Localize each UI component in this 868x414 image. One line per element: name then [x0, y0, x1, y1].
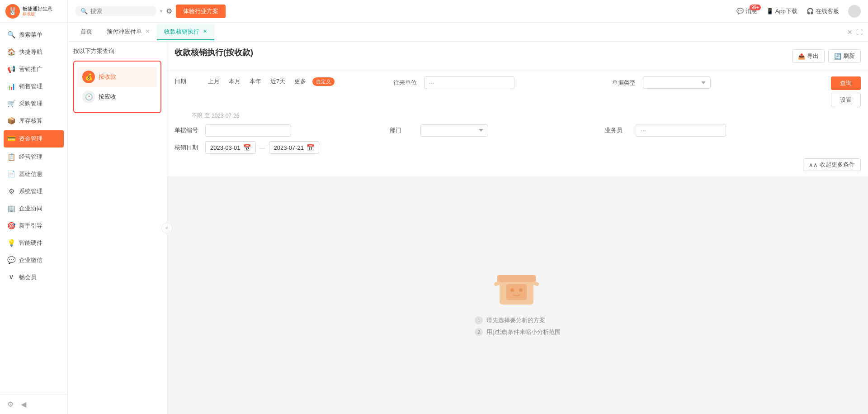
dept-select[interactable]: [420, 124, 488, 137]
sidebar-item-search[interactable]: 🔍 搜索菜单: [0, 26, 67, 43]
date-this-month[interactable]: 本月: [226, 76, 243, 86]
sidebar-label-hardware: 智能硬件: [19, 239, 42, 247]
sidebar-label-guide: 新手引导: [19, 222, 42, 230]
query-option-by-receipt[interactable]: 💰 按收款: [78, 67, 157, 87]
expand-tabs-icon[interactable]: ⛶: [856, 29, 863, 36]
sidebar-item-guide[interactable]: 🎯 新手引导: [0, 217, 67, 234]
app-name: 畅捷通好生意: [23, 5, 52, 12]
hint-num-1: 1: [475, 316, 483, 324]
doctype-filter-label: 单据类型: [612, 79, 639, 87]
sidebar-item-inventory[interactable]: 📦 库存核算: [0, 112, 67, 129]
filter-btn-group: 查询 设置: [831, 76, 861, 107]
date-this-year[interactable]: 本年: [247, 76, 264, 86]
calendar-from-icon[interactable]: 📅: [243, 144, 251, 151]
refresh-button[interactable]: 🔄 刷新: [828, 49, 861, 63]
message-badge: 99+: [750, 5, 761, 10]
date-filter-label: 日期: [175, 77, 202, 86]
solution-button[interactable]: 体验行业方案: [176, 5, 226, 18]
query-panel: 按以下方案查询 💰 按收款 🕐 按应收 «: [68, 42, 167, 414]
partner-filter: 往来单位 ···: [393, 76, 605, 89]
sidebar-item-purchase[interactable]: 🛒 采购管理: [0, 95, 67, 112]
sidebar-item-member[interactable]: V 畅会员: [0, 269, 67, 286]
sidebar-label-enterprise: 企业协同: [19, 205, 42, 213]
empty-hints: 1 请先选择要分析的方案 2 用[过滤]条件来缩小分析范围: [475, 316, 560, 336]
partner-dots[interactable]: ···: [429, 79, 434, 86]
close-all-tabs-icon[interactable]: ✕: [847, 29, 853, 36]
offset-date-to-field[interactable]: 2023-07-21 📅: [269, 141, 320, 154]
tab-receipt-offset[interactable]: 收款核销执行 ✕: [157, 24, 214, 40]
logo-text: 畅捷通好生意 标准版: [23, 5, 52, 17]
app-download-button[interactable]: 📱 App下载: [766, 7, 797, 15]
sidebar-item-enterprise[interactable]: 🏢 企业协同: [0, 200, 67, 217]
sidebar-item-funds[interactable]: 💳 资金管理: [4, 130, 64, 148]
date-last-month[interactable]: 上月: [205, 76, 222, 86]
custom-date-badge[interactable]: 自定义: [312, 77, 335, 86]
collapse-filter-button[interactable]: ∧∧ 收起更多条件: [803, 158, 861, 171]
offset-date-from: 2023-03-01: [210, 144, 241, 151]
purchase-icon: 🛒: [7, 100, 15, 108]
sidebar-item-system[interactable]: ⚙ 系统管理: [0, 183, 67, 200]
filter-row-3: 核销日期 2023-03-01 📅 — 2023-07-21 📅: [175, 141, 861, 154]
query-button[interactable]: 查询: [831, 76, 861, 90]
hint-num-2: 2: [475, 328, 483, 336]
tab-home-label: 首页: [80, 28, 92, 36]
tab-receipt-offset-close[interactable]: ✕: [203, 29, 207, 34]
search-input[interactable]: [90, 8, 145, 14]
app-icon: 📱: [766, 8, 774, 14]
dropdown-arrow-icon[interactable]: ▾: [160, 9, 162, 14]
topbar-left: 🔍 ▾ ⚙ 体验行业方案: [75, 5, 731, 18]
docnum-input[interactable]: [205, 124, 291, 137]
funds-icon: 💳: [7, 135, 15, 143]
export-button[interactable]: 📤 导出: [792, 49, 825, 63]
hint-text-2: 用[过滤]条件来缩小分析范围: [486, 328, 560, 336]
salesperson-filter-label: 业务员: [605, 126, 632, 134]
by-receivable-label: 按应收: [99, 93, 116, 101]
doctype-filter: 单据类型: [612, 76, 824, 89]
sidebar-item-hardware[interactable]: 💡 智能硬件: [0, 234, 67, 252]
dept-filter-label: 部门: [390, 126, 417, 134]
offset-date-from-field[interactable]: 2023-03-01 📅: [205, 141, 256, 154]
sidebar-label-basic-info: 基础信息: [19, 170, 42, 178]
doctype-select[interactable]: [643, 76, 711, 89]
svg-rect-2: [506, 284, 527, 300]
sales-icon: 📊: [7, 82, 15, 90]
tabbar: 首页 预付冲应付单 ✕ 收款核销执行 ✕ ✕ ⛶: [68, 23, 868, 42]
user-avatar[interactable]: [848, 5, 861, 18]
basic-info-icon: 📄: [7, 170, 15, 178]
tab-receipt-offset-label: 收款核销执行: [164, 28, 199, 36]
sidebar: 🐰 畅捷通好生意 标准版 🔍 搜索菜单 🏠 快捷导航 📢 营销推广 📊 销售管理…: [0, 0, 68, 414]
topbar: 🔍 ▾ ⚙ 体验行业方案 💬 消息 99+ 📱 App下载 🎧 在线客服: [68, 0, 868, 23]
section-content: 收款核销执行(按收款) 📤 导出 🔄 刷新: [167, 42, 868, 414]
message-button[interactable]: 💬 消息 99+: [736, 7, 757, 15]
settings-footer-icon[interactable]: ⚙: [7, 400, 14, 409]
sidebar-item-wechat[interactable]: 💬 企业微信: [0, 252, 67, 269]
sidebar-item-marketing[interactable]: 📢 营销推广: [0, 61, 67, 78]
salesperson-input[interactable]: ···: [636, 124, 726, 137]
setting-button[interactable]: 设置: [831, 93, 861, 107]
enterprise-icon: 🏢: [7, 205, 15, 213]
sidebar-item-quick-nav[interactable]: 🏠 快捷导航: [0, 43, 67, 61]
offset-date-filter: 核销日期 2023-03-01 📅 — 2023-07-21 📅: [175, 141, 319, 154]
sidebar-item-basic-info[interactable]: 📄 基础信息: [0, 166, 67, 183]
gear-icon[interactable]: ⚙: [166, 7, 172, 15]
date-last-7days[interactable]: 近7天: [268, 76, 288, 86]
sidebar-item-sales[interactable]: 📊 销售管理: [0, 78, 67, 95]
collapse-sidebar-icon[interactable]: ◀: [21, 400, 26, 409]
calendar-to-icon[interactable]: 📅: [307, 144, 314, 151]
tabbar-actions: ✕ ⛶: [847, 29, 863, 36]
filter-row-2: 单据编号 部门 业务员 ···: [175, 124, 861, 137]
query-option-by-receivable[interactable]: 🕐 按应收: [78, 87, 157, 107]
tab-prepay[interactable]: 预付冲应付单 ✕: [99, 24, 157, 40]
tab-home[interactable]: 首页: [73, 24, 99, 40]
guide-icon: 🎯: [7, 222, 15, 230]
collapse-panel-button[interactable]: «: [161, 223, 172, 233]
online-service-button[interactable]: 🎧 在线客服: [807, 7, 839, 15]
date-more[interactable]: 更多: [292, 76, 309, 86]
search-area[interactable]: 🔍: [75, 6, 156, 16]
tab-prepay-close[interactable]: ✕: [146, 29, 150, 34]
receipt-icon: 💰: [82, 71, 95, 83]
offset-date-filter-label: 核销日期: [175, 143, 202, 152]
salesperson-dots[interactable]: ···: [641, 127, 646, 134]
sidebar-item-operations[interactable]: 📋 经营管理: [0, 148, 67, 166]
partner-input[interactable]: ···: [424, 76, 514, 89]
